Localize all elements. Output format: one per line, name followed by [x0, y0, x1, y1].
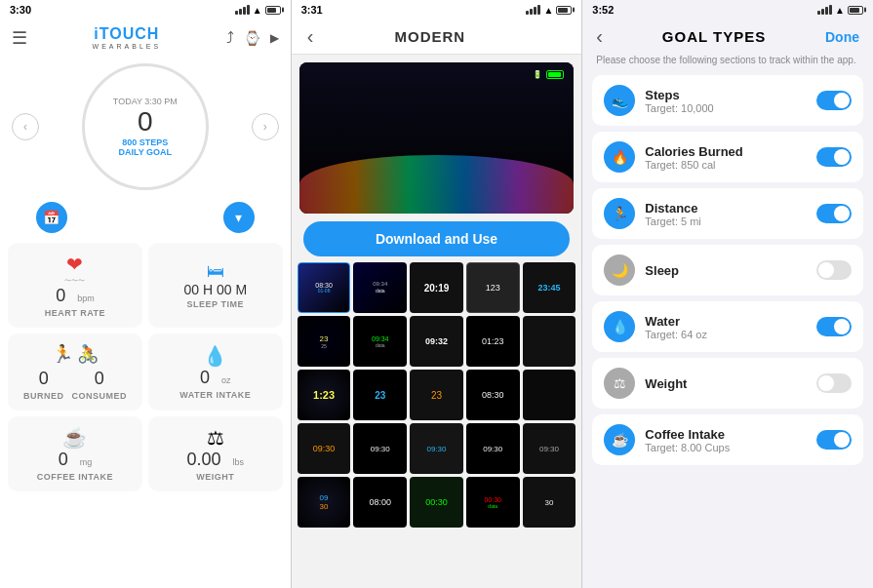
- coffee-unit: mg: [80, 457, 93, 467]
- watch-thumb-24[interactable]: 00:30 data: [466, 477, 520, 528]
- goal-item-coffee: ☕ Coffee Intake Target: 8.00 Cups: [592, 414, 863, 465]
- weight-name: Weight: [645, 376, 816, 391]
- steps-toggle[interactable]: [816, 91, 852, 110]
- sleep-icon: 🛏: [207, 261, 224, 282]
- sleep-value: 00 H 00 M: [183, 282, 247, 297]
- top-nav-2: ‹ MODERN: [292, 20, 582, 55]
- water-label: WATER INTAKE: [179, 390, 251, 400]
- brand: iTOUCH WEARABLES: [93, 25, 162, 50]
- weight-card: ⚖ 0.00 lbs WEIGHT: [148, 416, 283, 491]
- watch-thumb-5[interactable]: 23:45: [523, 262, 576, 313]
- watch-thumb-10[interactable]: [523, 316, 576, 367]
- steps-text: Steps Target: 10,000: [645, 88, 816, 114]
- sleep-toggle[interactable]: [816, 260, 852, 280]
- watch-thumb-12[interactable]: 23: [353, 370, 407, 420]
- watch-battery: 🔋: [533, 70, 564, 79]
- weight-icon-goal: ⚖: [604, 368, 635, 399]
- calories-toggle[interactable]: [816, 147, 852, 167]
- watch-face-grid: 08:30 01-08 09:34 data 20:19 123: [292, 262, 582, 528]
- today-label: TODAY 3:30 PM: [113, 97, 178, 106]
- share-icon[interactable]: ⤴: [226, 29, 234, 47]
- coffee-value: 0: [59, 450, 68, 470]
- watch-thumb-6[interactable]: 23 25: [298, 316, 351, 367]
- watch-thumb-17[interactable]: 09:30: [353, 423, 407, 474]
- more-icon[interactable]: ▶: [270, 31, 279, 45]
- distance-target: Target: 5 mi: [645, 216, 816, 227]
- coffee-toggle[interactable]: [816, 430, 852, 450]
- coffee-card: ☕ 0 mg COFFEE INTAKE: [8, 416, 142, 491]
- screen-goal-types: 3:52 ▲ ‹ GOAL TYPES Done Please choose t…: [582, 0, 873, 588]
- burned-label: BURNED: [23, 391, 64, 401]
- wifi-icon-1: ▲: [253, 5, 262, 16]
- watch-thumb-13[interactable]: 23: [410, 370, 463, 420]
- status-icons-3: ▲: [817, 5, 863, 16]
- watch-thumb-25[interactable]: 30: [523, 477, 576, 528]
- action-row: 📅 ▾: [0, 198, 291, 237]
- weight-label: WEIGHT: [196, 472, 234, 482]
- main-watch-display: 🔋 01-08 WED 08 : 30: [299, 62, 575, 214]
- back-btn-3[interactable]: ‹: [596, 25, 603, 48]
- calories-icon: 🔥: [604, 141, 635, 173]
- watch-thumb-1[interactable]: 08:30 01-08: [298, 262, 351, 313]
- screen-home: 3:30 ▲ ☰ iTOUCH WEARABLES ⤴ ⌚: [0, 0, 292, 588]
- watch-thumb-21[interactable]: 09 30: [298, 477, 351, 528]
- watch-thumb-15[interactable]: [523, 370, 576, 420]
- watch-thumb-9[interactable]: 01:23: [466, 316, 520, 367]
- watch-thumb-7[interactable]: 09:34 data: [353, 316, 407, 367]
- top-nav-3: ‹ GOAL TYPES Done: [582, 20, 873, 54]
- status-time-2: 3:31: [301, 4, 323, 16]
- watch-thumb-3[interactable]: 20:19: [410, 262, 463, 313]
- burned-value: 0: [23, 369, 64, 389]
- expand-btn[interactable]: ▾: [223, 202, 255, 233]
- status-icons-1: ▲: [235, 5, 281, 16]
- distance-toggle[interactable]: [816, 204, 852, 223]
- water-card: 💧 0 oz WATER INTAKE: [148, 333, 283, 411]
- watch-thumb-22[interactable]: 08:00: [353, 477, 407, 528]
- cards-row-1: ❤ 〜〜〜 0 bpm HEART RATE 🛏 00 H 00 M SLEEP…: [0, 243, 291, 328]
- menu-icon[interactable]: ☰: [12, 27, 27, 49]
- coffee-text: Coffee Intake Target: 8.00 Cups: [645, 427, 816, 453]
- run-icon: 🏃: [52, 343, 73, 365]
- done-btn[interactable]: Done: [825, 29, 859, 45]
- status-bar-2: 3:31 ▲: [292, 0, 582, 20]
- status-bar-1: 3:30 ▲: [0, 0, 291, 20]
- watch-thumb-20[interactable]: 09:30: [523, 423, 576, 474]
- watch-thumb-8[interactable]: 09:32: [410, 316, 463, 367]
- calendar-btn[interactable]: 📅: [36, 202, 67, 233]
- watch-thumb-11[interactable]: 1:23: [298, 370, 351, 420]
- watch-thumb-2[interactable]: 09:34 data: [353, 262, 407, 313]
- weight-icon: ⚖: [207, 426, 224, 450]
- watch-thumb-18[interactable]: 09:30: [410, 423, 463, 474]
- goal-item-weight: ⚖ Weight: [592, 358, 863, 409]
- calories-name: Calories Burned: [645, 144, 816, 159]
- goal-item-distance: 🏃 Distance Target: 5 mi: [592, 188, 863, 239]
- goal-types-title: GOAL TYPES: [662, 28, 766, 45]
- watch-icon[interactable]: ⌚: [244, 30, 260, 46]
- watch-thumb-16[interactable]: 09:30: [298, 423, 351, 474]
- screen-watch-faces: 3:31 ▲ ‹ MODERN 🔋: [292, 0, 583, 588]
- status-icons-2: ▲: [526, 5, 572, 16]
- prev-btn[interactable]: ‹: [12, 113, 39, 140]
- next-btn[interactable]: ›: [252, 113, 279, 140]
- watch-thumb-14[interactable]: 08:30: [466, 370, 520, 420]
- back-btn-2[interactable]: ‹: [307, 25, 314, 48]
- watch-thumb-23[interactable]: 00:30: [410, 477, 463, 528]
- coffee-name: Coffee Intake: [645, 427, 816, 442]
- weight-toggle[interactable]: [816, 373, 852, 393]
- signal-icon-2: [526, 5, 540, 15]
- water-icon-goal: 💧: [604, 311, 635, 342]
- goal-list: 👟 Steps Target: 10,000 🔥 Calories Burned…: [582, 75, 873, 465]
- weight-text: Weight: [645, 376, 816, 391]
- water-toggle[interactable]: [816, 317, 852, 336]
- watch-thumb-4[interactable]: 123: [466, 262, 520, 313]
- watch-thumb-19[interactable]: 09:30: [466, 423, 520, 474]
- bike-icon: 🚴: [77, 343, 99, 365]
- steps-target: Target: 10,000: [645, 102, 816, 114]
- water-text: Water Target: 64 oz: [645, 314, 816, 340]
- download-btn[interactable]: Download and Use: [303, 221, 571, 256]
- consumed-label: CONSUMED: [71, 391, 127, 401]
- weight-value: 0.00: [186, 450, 220, 470]
- water-value: 0: [200, 368, 210, 388]
- heart-rate-value: 0: [56, 286, 65, 306]
- coffee-icon-goal: ☕: [604, 424, 635, 455]
